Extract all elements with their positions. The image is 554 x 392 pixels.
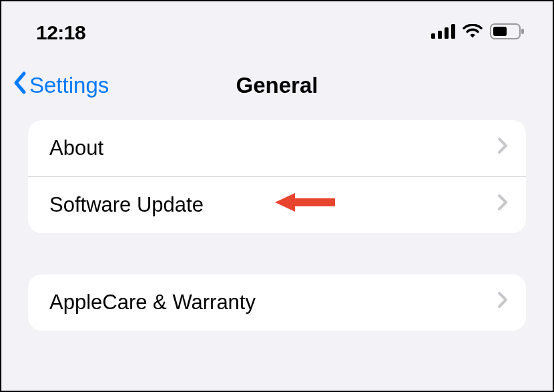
status-icons <box>431 23 525 42</box>
navigation-bar: Settings General <box>1 56 553 120</box>
settings-group-1: About Software Update <box>28 120 526 233</box>
svg-rect-6 <box>521 29 524 34</box>
row-label: About <box>49 136 103 160</box>
chevron-left-icon <box>12 71 28 100</box>
back-label: Settings <box>29 73 109 98</box>
chevron-right-icon <box>497 193 509 217</box>
annotation-arrow-icon <box>275 189 335 221</box>
svg-rect-2 <box>445 27 449 39</box>
status-time: 12:18 <box>36 21 85 44</box>
chevron-right-icon <box>497 290 509 315</box>
chevron-right-icon <box>497 136 509 160</box>
cellular-signal-icon <box>431 24 455 41</box>
svg-marker-8 <box>275 193 295 212</box>
settings-row-about[interactable]: About <box>28 120 526 176</box>
settings-group-2: AppleCare & Warranty <box>28 274 526 331</box>
settings-row-applecare-warranty[interactable]: AppleCare & Warranty <box>28 274 526 331</box>
row-label: AppleCare & Warranty <box>49 290 256 315</box>
svg-rect-3 <box>451 24 455 39</box>
settings-content: About Software Update <box>1 120 553 331</box>
status-bar: 12:18 <box>1 1 553 56</box>
back-button[interactable]: Settings <box>12 71 109 100</box>
row-label: Software Update <box>49 193 204 217</box>
svg-rect-5 <box>493 27 507 36</box>
battery-icon <box>490 23 525 42</box>
svg-rect-1 <box>438 31 442 39</box>
svg-rect-0 <box>431 33 435 39</box>
settings-row-software-update[interactable]: Software Update <box>28 176 526 233</box>
wifi-icon <box>462 24 483 41</box>
